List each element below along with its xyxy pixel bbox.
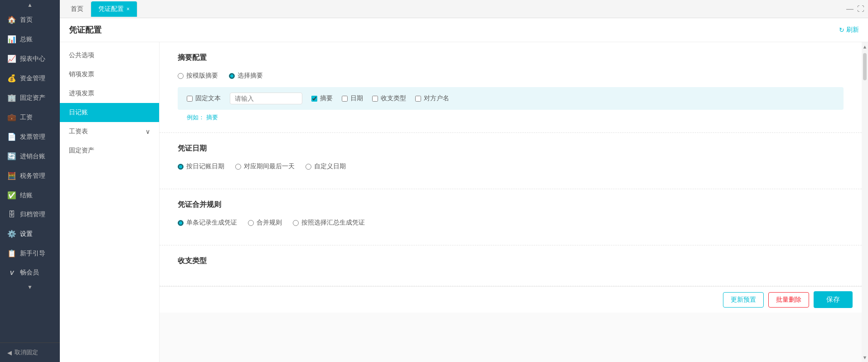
checkbox-fixed-text-label[interactable]: 固定文本 (187, 94, 221, 103)
settings-icon: ⚙️ (7, 230, 16, 238)
sidebar-item-reports[interactable]: 📈 报表中心 (0, 49, 60, 68)
sidebar-item-settings[interactable]: ⚙️ 设置 (0, 224, 60, 244)
voucher-date-radio-group: 按日记账日期 对应期间最后一天 自定义日期 (178, 162, 844, 171)
sidebar-item-assets[interactable]: 🏢 固定资产 (0, 88, 60, 108)
sidebar-item-guide[interactable]: 📋 新手引导 (0, 244, 60, 263)
left-nav: 公共选项 销项发票 进项发票 日记账 工资表 ∨ 固定资产 (60, 42, 160, 362)
pin-icon: ◀ (7, 349, 12, 356)
radio-merge[interactable] (248, 220, 254, 226)
sidebar-item-invoice[interactable]: 📄 发票管理 (0, 127, 60, 147)
voucher-date-title: 凭证日期 (178, 144, 844, 153)
save-button[interactable]: 保存 (814, 291, 853, 308)
radio-summary[interactable] (293, 220, 299, 226)
left-nav-public[interactable]: 公共选项 (60, 46, 159, 65)
left-nav-purchase-invoice[interactable]: 进项发票 (60, 84, 159, 103)
summary-config-section: 摘要配置 按模版摘要 选择摘要 (160, 42, 862, 133)
sidebar-item-settlement[interactable]: ✅ 结账 (0, 186, 60, 205)
income-type-section: 收支类型 (160, 245, 862, 286)
assets-icon: 🏢 (7, 93, 16, 102)
left-nav-sales[interactable]: 销项发票 (60, 65, 159, 84)
radio-single[interactable] (178, 220, 184, 226)
tax-icon: 🧮 (7, 171, 16, 180)
radio-select[interactable] (229, 73, 235, 79)
fixed-text-input[interactable] (230, 93, 302, 104)
checkbox-summary[interactable] (311, 96, 317, 102)
sidebar-cancel-pin[interactable]: ◀ 取消固定 (0, 342, 60, 362)
checkbox-date[interactable] (342, 96, 348, 102)
radio-custom-date[interactable] (305, 164, 311, 170)
merge-rules-radio-group: 单条记录生成凭证 合并规则 按照选择汇总生成凭证 (178, 219, 844, 227)
member-icon: V (7, 269, 16, 276)
right-content: 摘要配置 按模版摘要 选择摘要 (160, 42, 862, 362)
radio-template[interactable] (178, 73, 184, 79)
radio-merge-label[interactable]: 合并规则 (248, 219, 282, 227)
batch-delete-button[interactable]: 批量删除 (768, 292, 809, 308)
scroll-thumb[interactable] (863, 53, 867, 80)
content-area: 公共选项 销项发票 进项发票 日记账 工资表 ∨ 固定资产 (60, 42, 868, 362)
checkbox-income-type[interactable] (372, 96, 378, 102)
checkbox-fixed-text[interactable] (187, 96, 193, 102)
guide-icon: 📋 (7, 249, 16, 258)
home-icon: 🏠 (7, 15, 16, 24)
checkbox-date-label[interactable]: 日期 (342, 94, 363, 103)
refresh-button[interactable]: ↻ 刷新 (839, 26, 859, 34)
sidebar-scroll-down[interactable]: ▼ (0, 282, 60, 292)
checkbox-counterpart[interactable] (415, 96, 421, 102)
bottom-bar: 更新预置 批量删除 保存 (160, 286, 862, 313)
sidebar-item-member[interactable]: V 畅会员 (0, 263, 60, 282)
update-preview-button[interactable]: 更新预置 (723, 292, 764, 308)
tab-controls: — ⛶ (846, 5, 864, 13)
summary-radio-group: 按模版摘要 选择摘要 (178, 72, 844, 80)
tab-bar: 首页 凭证配置 × — ⛶ (60, 0, 868, 18)
page-header: 凭证配置 ↻ 刷新 (60, 18, 868, 42)
archive-icon: 🗄 (7, 210, 16, 219)
left-nav-journal[interactable]: 日记账 (60, 103, 159, 122)
sidebar-item-payroll[interactable]: 💼 工资 (0, 108, 60, 127)
tab-maximize-icon[interactable]: ⛶ (857, 5, 864, 13)
summary-config-title: 摘要配置 (178, 53, 844, 63)
sidebar-item-funds[interactable]: 💰 资金管理 (0, 68, 60, 88)
left-nav-payroll[interactable]: 工资表 ∨ (60, 122, 159, 141)
left-nav-asset[interactable]: 固定资产 (60, 141, 159, 160)
sidebar: ▲ 🏠 首页 📊 总账 📈 报表中心 💰 资金管理 🏢 固定资产 💼 工资 📄 … (0, 0, 60, 362)
tab-minimize-icon[interactable]: — (846, 5, 853, 13)
summary-checkbox-row: 固定文本 摘要 日期 收支类型 (178, 87, 844, 110)
main-area: 首页 凭证配置 × — ⛶ 凭证配置 ↻ 刷新 公共选项 (60, 0, 868, 362)
tab-voucher-config[interactable]: 凭证配置 × (91, 1, 137, 17)
refresh-icon: ↻ (839, 26, 844, 34)
sidebar-item-archive[interactable]: 🗄 归档管理 (0, 205, 60, 224)
sidebar-scroll-up[interactable]: ▲ (0, 0, 60, 10)
radio-journal-date[interactable] (178, 164, 184, 170)
voucher-date-section: 凭证日期 按日记账日期 对应期间最后一天 自定义日期 (160, 133, 862, 189)
tab-close-icon[interactable]: × (126, 6, 130, 12)
sidebar-item-home[interactable]: 🏠 首页 (0, 10, 60, 29)
radio-template-label[interactable]: 按模版摘要 (178, 72, 218, 80)
radio-select-label[interactable]: 选择摘要 (229, 72, 263, 80)
example-text: 例如： 摘要 (178, 113, 844, 122)
radio-last-day-label[interactable]: 对应期间最后一天 (235, 162, 295, 171)
merge-rules-section: 凭证合并规则 单条记录生成凭证 合并规则 按照选择汇总生成凭证 (160, 189, 862, 245)
funds-icon: 💰 (7, 74, 16, 83)
sidebar-item-ledger[interactable]: 📊 总账 (0, 29, 60, 49)
reports-icon: 📈 (7, 54, 16, 63)
sidebar-item-tax[interactable]: 🧮 税务管理 (0, 166, 60, 186)
sidebar-item-purchase[interactable]: 🔄 进销台账 (0, 147, 60, 166)
radio-single-label[interactable]: 单条记录生成凭证 (178, 219, 237, 227)
checkbox-summary-label[interactable]: 摘要 (311, 94, 333, 103)
page-title: 凭证配置 (69, 24, 102, 35)
scroll-up-arrow[interactable]: ▲ (861, 42, 868, 51)
radio-last-day[interactable] (235, 164, 241, 170)
payroll-icon: 💼 (7, 113, 16, 122)
ledger-icon: 📊 (7, 35, 16, 44)
radio-journal-date-label[interactable]: 按日记账日期 (178, 162, 224, 171)
scroll-down-arrow[interactable]: ▼ (861, 353, 868, 362)
outer-scrollbar[interactable]: ▲ ▼ (862, 42, 868, 362)
tab-home[interactable]: 首页 (63, 1, 91, 17)
purchase-icon: 🔄 (7, 152, 16, 161)
merge-rules-title: 凭证合并规则 (178, 200, 844, 210)
checkbox-counterpart-label[interactable]: 对方户名 (415, 94, 449, 103)
checkbox-income-type-label[interactable]: 收支类型 (372, 94, 406, 103)
income-type-title: 收支类型 (178, 256, 844, 266)
radio-custom-date-label[interactable]: 自定义日期 (305, 162, 346, 171)
radio-summary-label[interactable]: 按照选择汇总生成凭证 (293, 219, 365, 227)
